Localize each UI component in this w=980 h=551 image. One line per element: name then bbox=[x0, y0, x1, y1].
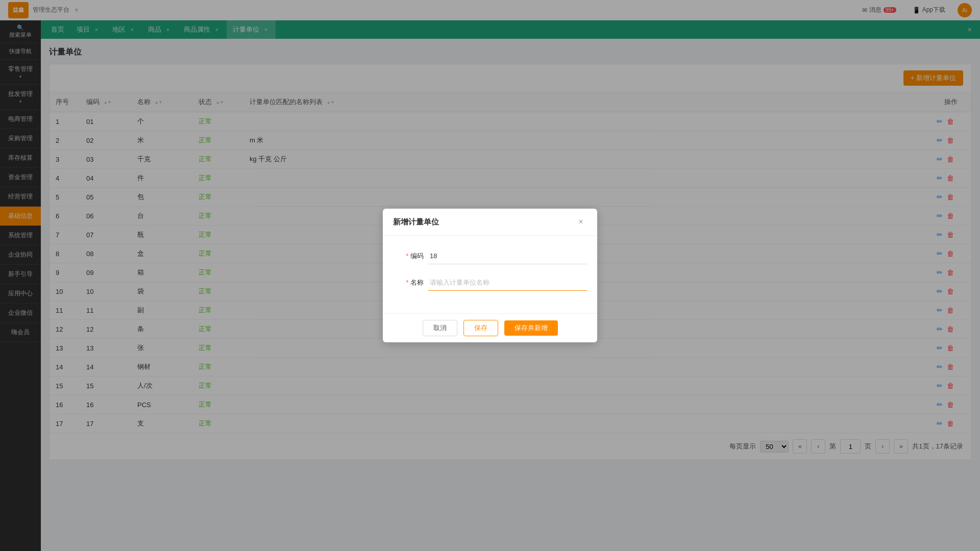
save-and-new-button[interactable]: 保存并新增 bbox=[504, 320, 558, 336]
add-unit-modal: 新增计量单位 × 编码 名称 取消 保存 保存并新增 bbox=[383, 209, 597, 342]
name-input[interactable] bbox=[428, 274, 587, 291]
modal-title: 新增计量单位 bbox=[393, 217, 439, 227]
cancel-button[interactable]: 取消 bbox=[423, 320, 457, 336]
modal-overlay: 新增计量单位 × 编码 名称 取消 保存 保存并新增 bbox=[0, 0, 980, 551]
modal-footer: 取消 保存 保存并新增 bbox=[383, 313, 597, 342]
name-label: 名称 bbox=[393, 278, 424, 287]
code-label: 编码 bbox=[393, 252, 424, 261]
form-row-name: 名称 bbox=[393, 274, 587, 291]
form-row-code: 编码 bbox=[393, 248, 587, 264]
modal-body: 编码 名称 bbox=[383, 236, 597, 313]
modal-close-button[interactable]: × bbox=[575, 216, 587, 228]
modal-header: 新增计量单位 × bbox=[383, 209, 597, 236]
code-input[interactable] bbox=[428, 248, 587, 264]
save-button[interactable]: 保存 bbox=[463, 320, 498, 336]
